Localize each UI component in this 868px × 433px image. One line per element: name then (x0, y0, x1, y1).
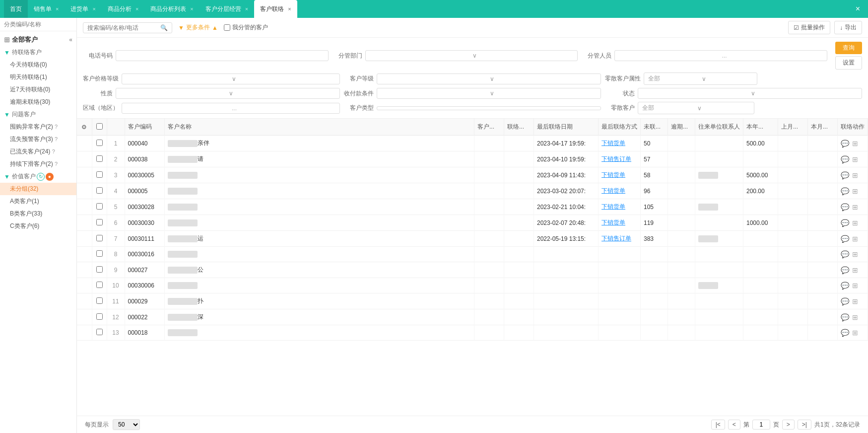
grid-action-icon[interactable]: ⊞ (852, 313, 858, 321)
chat-icon[interactable]: 💬 (841, 313, 849, 321)
td-lastway[interactable] (599, 278, 641, 293)
export-btn[interactable]: ↓ 导出 (834, 21, 862, 34)
retail-attr-select[interactable]: 全部 ∨ (644, 72, 757, 85)
lastway-link[interactable]: 下销货单 (601, 140, 625, 146)
sidebar-item-today[interactable]: 今天待联络(0) (0, 59, 76, 71)
grid-action-icon[interactable]: ⊞ (852, 282, 858, 289)
grid-action-icon[interactable]: ⊞ (852, 329, 858, 337)
nature-select[interactable]: ∨ (116, 88, 340, 99)
grid-action-icon[interactable]: ⊞ (852, 187, 858, 195)
sidebar-item-tomorrow[interactable]: 明天待联络(1) (0, 71, 76, 83)
sidebar-item-b-class[interactable]: B类客户(33) (0, 208, 76, 220)
price-level-select[interactable]: ∨ (122, 73, 340, 84)
nav-purchase-close[interactable]: × (92, 6, 95, 12)
sidebar-item-lost-warn[interactable]: 流失预警客户(3) ? (0, 133, 76, 145)
customer-level-select[interactable]: ∨ (377, 73, 601, 84)
sidebar-item-week[interactable]: 近7天待联络(0) (0, 83, 76, 96)
th-gear[interactable]: ⚙ (77, 119, 92, 136)
row-checkbox[interactable] (96, 235, 103, 241)
td-check[interactable] (92, 231, 107, 247)
customer-type-select[interactable] (377, 106, 601, 110)
lastway-link[interactable]: 下销售订单 (601, 155, 631, 162)
th-thismonth[interactable]: 本月... (808, 119, 838, 136)
sidebar-search-input[interactable] (4, 21, 77, 28)
batch-btn[interactable]: ☑ 批量操作 (788, 21, 830, 34)
th-check[interactable] (92, 119, 107, 136)
row-checkbox[interactable] (96, 297, 103, 304)
grid-action-icon[interactable]: ⊞ (852, 235, 858, 243)
first-page-btn[interactable]: |< (711, 420, 725, 430)
sidebar-item-ungroup[interactable]: 未分组(32) (0, 183, 76, 195)
grid-action-icon[interactable]: ⊞ (852, 203, 858, 211)
td-lastway[interactable]: 下销货单 (599, 199, 641, 215)
chat-icon[interactable]: 💬 (841, 266, 849, 274)
last-page-btn[interactable]: >| (798, 420, 811, 430)
chat-icon[interactable]: 💬 (841, 203, 849, 211)
td-lastway[interactable] (599, 309, 641, 325)
select-all-checkbox[interactable] (96, 123, 103, 130)
grid-action-icon[interactable]: ⊞ (852, 266, 858, 274)
chat-icon[interactable]: 💬 (841, 140, 849, 147)
filter-more-btn[interactable]: ▼ 更多条件 ▲ (178, 23, 218, 32)
sidebar-item-lost[interactable]: 已流失客户(24) ? (0, 145, 76, 158)
nav-customer-tier[interactable]: 客户分层经营 × (200, 0, 254, 18)
chat-icon[interactable]: 💬 (841, 329, 849, 337)
th-notcon[interactable]: 未联... (641, 119, 668, 136)
th-overdue[interactable]: 逾期... (668, 119, 695, 136)
nav-customer-contact-close[interactable]: × (288, 6, 291, 12)
next-page-btn[interactable]: > (782, 420, 795, 430)
nav-goods-list-close[interactable]: × (190, 6, 193, 12)
td-lastway[interactable]: 下销货单 (599, 215, 641, 231)
nav-purchase[interactable]: 进货单 × (65, 0, 101, 18)
td-check[interactable] (92, 136, 107, 151)
td-lastway[interactable]: 下销货单 (599, 183, 641, 199)
nav-goods-list[interactable]: 商品分析列表 × (144, 0, 199, 18)
filter-search-icon[interactable]: 🔍 (160, 24, 168, 31)
nav-customer-contact[interactable]: 客户联络 × (254, 0, 297, 18)
th-lastmonth[interactable]: 上月... (778, 119, 808, 136)
td-check[interactable] (92, 215, 107, 231)
query-btn[interactable]: 查询 (835, 42, 862, 54)
td-lastway[interactable] (599, 247, 641, 262)
row-checkbox[interactable] (96, 329, 103, 335)
sidebar-item-c-class[interactable]: C类客户(6) (0, 220, 76, 232)
chat-icon[interactable]: 💬 (841, 282, 849, 289)
phone-input[interactable] (116, 50, 329, 61)
row-checkbox[interactable] (96, 187, 103, 194)
nav-close-all[interactable]: × (852, 4, 864, 13)
chat-icon[interactable]: 💬 (841, 219, 849, 227)
gear-icon[interactable]: ⚙ (81, 124, 87, 131)
th-type[interactable]: 客户... (474, 119, 504, 136)
area-select[interactable]: ... (122, 103, 340, 114)
th-name[interactable]: 客户名称 (164, 119, 474, 136)
th-action[interactable]: 联络动作 (838, 119, 868, 136)
grid-action-icon[interactable]: ⊞ (852, 171, 858, 179)
grid-action-icon[interactable]: ⊞ (852, 297, 858, 305)
td-check[interactable] (92, 278, 107, 293)
nav-customer-tier-close[interactable]: × (245, 6, 248, 12)
td-lastway[interactable] (599, 262, 641, 278)
td-lastway[interactable]: 下销售订单 (599, 231, 641, 247)
nav-sale[interactable]: 销售单 × (28, 0, 65, 18)
td-check[interactable] (92, 183, 107, 199)
th-lastway[interactable]: 最后联络方式 (599, 119, 641, 136)
td-check[interactable] (92, 167, 107, 183)
status-select[interactable]: ∨ (638, 88, 862, 99)
td-check[interactable] (92, 199, 107, 215)
th-contacts[interactable]: 往来单位联系人 (695, 119, 743, 136)
nav-goods-analysis[interactable]: 商品分析 × (102, 0, 144, 18)
chat-icon[interactable]: 💬 (841, 250, 849, 258)
page-size-select[interactable]: 50 20 100 (113, 419, 140, 430)
td-lastway[interactable]: 下销货单 (599, 167, 641, 183)
sidebar-item-decline[interactable]: 持续下滑客户(2) ? (0, 158, 76, 170)
page-input[interactable] (752, 420, 770, 430)
person-select[interactable]: ... (614, 50, 827, 61)
sidebar-item-overdue[interactable]: 逾期未联络(30) (0, 96, 76, 108)
refresh-icon[interactable]: ↻ (37, 173, 45, 181)
reset-btn[interactable]: 设置 (835, 56, 862, 70)
td-lastway[interactable] (599, 293, 641, 309)
nav-home[interactable]: 首页 (4, 0, 28, 18)
chat-icon[interactable]: 💬 (841, 155, 849, 163)
sidebar-collapse-icon[interactable]: « (69, 36, 72, 43)
row-checkbox[interactable] (96, 140, 103, 146)
